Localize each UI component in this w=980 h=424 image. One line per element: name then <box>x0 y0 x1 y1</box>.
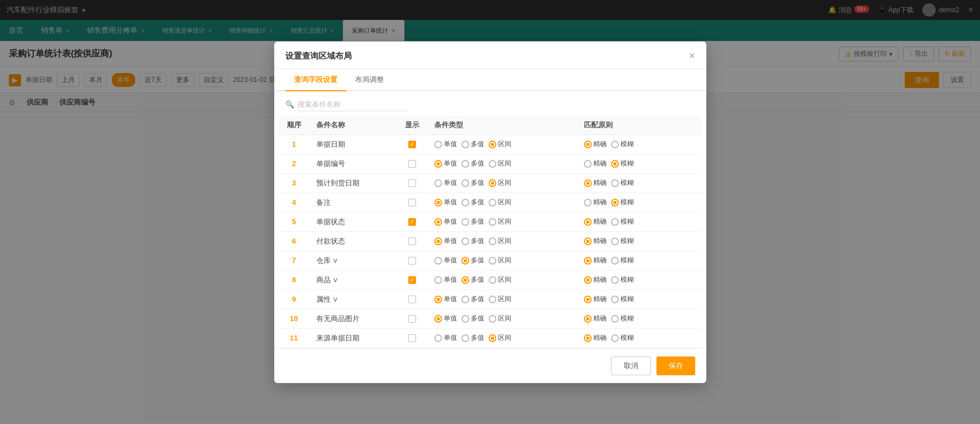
row-order: 4 <box>279 193 310 212</box>
match-fuzzy-radio-indicator <box>611 141 619 148</box>
match-fuzzy-radio[interactable]: 模糊 <box>611 198 634 207</box>
type-multi-radio[interactable]: 多值 <box>461 236 484 246</box>
type-multi-radio-indicator <box>461 296 469 303</box>
col-name: 条件名称 <box>310 116 397 135</box>
row-type-cell: 单值多值区间 <box>428 309 577 328</box>
table-row: 5单据状态单值多值区间精确模糊 <box>279 212 702 231</box>
type-single-radio[interactable]: 单值 <box>434 275 457 285</box>
display-checkbox[interactable] <box>408 334 416 342</box>
save-button[interactable]: 保存 <box>656 356 695 375</box>
display-checkbox[interactable] <box>408 237 416 245</box>
type-single-radio-indicator <box>434 334 442 342</box>
type-multi-radio[interactable]: 多值 <box>461 217 484 226</box>
type-multi-radio[interactable]: 多值 <box>461 333 484 343</box>
match-exact-radio[interactable]: 精确 <box>584 198 607 207</box>
display-checkbox[interactable] <box>408 179 416 187</box>
type-range-radio[interactable]: 区间 <box>489 159 511 168</box>
type-range-radio[interactable]: 区间 <box>489 294 511 304</box>
match-fuzzy-radio-indicator <box>611 296 619 303</box>
match-exact-radio[interactable]: 精确 <box>584 217 607 226</box>
match-fuzzy-radio[interactable]: 模糊 <box>611 139 634 149</box>
match-exact-radio[interactable]: 精确 <box>584 333 607 343</box>
match-fuzzy-radio[interactable]: 模糊 <box>611 159 634 168</box>
match-exact-radio[interactable]: 精确 <box>584 314 607 323</box>
type-multi-radio[interactable]: 多值 <box>461 198 484 207</box>
match-fuzzy-radio[interactable]: 模糊 <box>611 236 634 246</box>
type-multi-radio[interactable]: 多值 <box>461 159 484 168</box>
display-checkbox[interactable] <box>408 296 416 303</box>
match-exact-radio[interactable]: 精确 <box>584 256 607 265</box>
type-single-radio[interactable]: 单值 <box>434 159 457 168</box>
dialog-close-button[interactable]: × <box>689 50 695 62</box>
display-checkbox[interactable] <box>408 276 416 284</box>
display-checkbox[interactable] <box>408 218 416 226</box>
match-fuzzy-radio[interactable]: 模糊 <box>611 294 634 304</box>
match-exact-radio[interactable]: 精确 <box>584 159 607 168</box>
row-type-cell: 单值多值区间 <box>428 289 577 309</box>
type-range-radio[interactable]: 区间 <box>489 178 511 188</box>
match-fuzzy-radio[interactable]: 模糊 <box>611 256 634 265</box>
type-range-radio[interactable]: 区间 <box>489 236 511 246</box>
row-order: 8 <box>279 270 310 289</box>
tab-layout-adjust[interactable]: 布局调整 <box>346 69 393 91</box>
type-multi-radio[interactable]: 多值 <box>461 256 484 265</box>
type-multi-radio[interactable]: 多值 <box>461 275 484 285</box>
type-range-radio[interactable]: 区间 <box>489 256 511 265</box>
match-exact-radio[interactable]: 精确 <box>584 236 607 246</box>
row-display-cell <box>397 231 428 251</box>
type-multi-radio-indicator <box>461 276 469 284</box>
dialog-tabs: 查询字段设置 布局调整 <box>274 69 706 91</box>
display-checkbox[interactable] <box>408 199 416 206</box>
match-exact-radio[interactable]: 精确 <box>584 294 607 304</box>
tab-query-fields[interactable]: 查询字段设置 <box>285 69 346 91</box>
search-icon: 🔍 <box>285 100 294 108</box>
type-range-radio-indicator <box>489 276 496 284</box>
match-fuzzy-radio[interactable]: 模糊 <box>611 333 634 343</box>
type-single-radio[interactable]: 单值 <box>434 314 457 323</box>
row-order: 3 <box>279 173 310 193</box>
row-match-cell: 精确模糊 <box>577 231 702 251</box>
table-row: 9属性 ∨单值多值区间精确模糊 <box>279 289 702 309</box>
row-type-cell: 单值多值区间 <box>428 212 577 231</box>
match-exact-radio[interactable]: 精确 <box>584 139 607 149</box>
type-range-radio[interactable]: 区间 <box>489 314 511 323</box>
type-multi-radio[interactable]: 多值 <box>461 178 484 188</box>
type-single-radio[interactable]: 单值 <box>434 256 457 265</box>
display-checkbox[interactable] <box>408 141 416 148</box>
type-single-radio[interactable]: 单值 <box>434 139 457 149</box>
type-range-radio[interactable]: 区间 <box>489 275 511 285</box>
search-input[interactable] <box>297 98 408 111</box>
row-display-cell <box>397 173 428 193</box>
display-checkbox[interactable] <box>408 257 416 265</box>
cancel-button[interactable]: 取消 <box>611 356 651 375</box>
type-single-radio-indicator <box>434 296 442 303</box>
type-range-radio[interactable]: 区间 <box>489 198 511 207</box>
type-single-radio-indicator <box>434 141 442 148</box>
type-multi-radio-indicator <box>461 141 469 148</box>
row-display-cell <box>397 289 428 309</box>
type-single-radio[interactable]: 单值 <box>434 333 457 343</box>
match-fuzzy-radio[interactable]: 模糊 <box>611 314 634 323</box>
match-fuzzy-radio[interactable]: 模糊 <box>611 178 634 188</box>
type-single-radio[interactable]: 单值 <box>434 294 457 304</box>
row-order: 9 <box>279 289 310 309</box>
row-display-cell <box>397 193 428 212</box>
type-single-radio[interactable]: 单值 <box>434 217 457 226</box>
type-range-radio[interactable]: 区间 <box>489 333 511 343</box>
match-fuzzy-radio[interactable]: 模糊 <box>611 275 634 285</box>
type-single-radio[interactable]: 单值 <box>434 236 457 246</box>
match-exact-radio[interactable]: 精确 <box>584 275 607 285</box>
match-fuzzy-radio[interactable]: 模糊 <box>611 217 634 226</box>
type-multi-radio[interactable]: 多值 <box>461 139 484 149</box>
display-checkbox[interactable] <box>408 315 416 323</box>
type-multi-radio[interactable]: 多值 <box>461 314 484 323</box>
col-match: 匹配原则 <box>577 116 702 135</box>
match-exact-radio[interactable]: 精确 <box>584 178 607 188</box>
type-range-radio[interactable]: 区间 <box>489 217 511 226</box>
type-single-radio[interactable]: 单值 <box>434 178 457 188</box>
type-multi-radio[interactable]: 多值 <box>461 294 484 304</box>
type-range-radio[interactable]: 区间 <box>489 139 511 149</box>
row-name: 来源单据日期 <box>310 328 397 348</box>
display-checkbox[interactable] <box>408 160 416 168</box>
type-single-radio[interactable]: 单值 <box>434 198 457 207</box>
